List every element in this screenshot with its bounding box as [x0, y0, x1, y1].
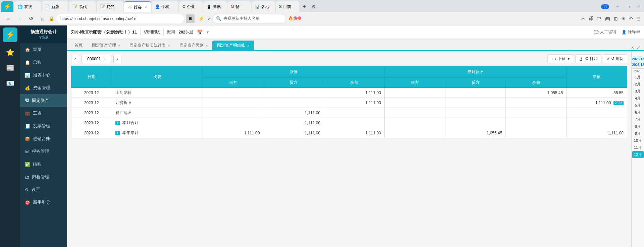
tab-目前[interactable]: S 目前: [276, 1, 299, 12]
history-icon[interactable]: ↶: [629, 16, 633, 21]
tab-企业[interactable]: C 企业: [179, 1, 203, 12]
period-month-6[interactable]: 6月: [632, 109, 644, 116]
cell-jingzhi-4: 1,111.00: [567, 128, 627, 138]
page-tab-折旧统计表[interactable]: 固定资产折旧统计表 ×: [125, 41, 174, 50]
expand-address-btn[interactable]: ∨: [207, 16, 210, 21]
tab-settings-icon[interactable]: ⚙: [310, 1, 318, 12]
page-tab-close-固定资产管理[interactable]: ×: [118, 44, 120, 48]
window-close[interactable]: ×: [634, 1, 644, 12]
extension-icon-2[interactable]: ⚡: [197, 14, 205, 23]
period-month-5[interactable]: 5月: [632, 102, 644, 109]
sidebar-label-发票管理: 发票管理: [33, 123, 50, 129]
extension-icon-1[interactable]: ⊞: [186, 14, 195, 23]
pager-next-btn[interactable]: ›: [113, 55, 121, 63]
period-month-10[interactable]: 10月: [632, 137, 644, 144]
new-tab-button[interactable]: +: [300, 1, 309, 12]
tab-易代-1[interactable]: 📝 易代: [69, 1, 96, 12]
app-panel-btn-3[interactable]: 📧: [3, 76, 17, 90]
app-logo[interactable]: ⚡: [3, 27, 17, 42]
cell-yuanzhi-credit-4: 1,111.00: [263, 128, 324, 138]
sidebar-item-发票管理[interactable]: 🧾 发票管理: [20, 120, 67, 132]
sidebar-label-进销台账: 进销台账: [33, 136, 50, 142]
tab-各地[interactable]: 📊 各地: [252, 1, 275, 12]
period-month-12[interactable]: 12月: [632, 151, 644, 158]
print-label: 🖨 打印: [584, 56, 597, 62]
sidebar-label-结账: 结账: [33, 161, 42, 167]
menu-icon[interactable]: ☰: [636, 16, 641, 21]
sidebar-item-新手引导[interactable]: 🎯 新手引导: [20, 196, 67, 209]
cell-yuanzhi-balance-3: [324, 118, 385, 128]
hot-search-label[interactable]: 🔥热搜: [288, 16, 301, 21]
customer-service-btn[interactable]: 💬 人工咨询: [594, 29, 616, 35]
app-panel-btn-1[interactable]: ⭐: [3, 45, 17, 60]
browser-app-icon[interactable]: ⚡: [1, 1, 13, 12]
period-month-4[interactable]: 4月: [632, 95, 644, 102]
period-month-8[interactable]: 8月: [632, 123, 644, 130]
dropdown-arrow[interactable]: ▼: [206, 30, 210, 34]
period-month-3[interactable]: 3月: [632, 88, 644, 95]
cell-leiji-balance-3: [506, 118, 567, 128]
address-input[interactable]: [56, 14, 184, 23]
page-tab-close-固定资产明细账[interactable]: ×: [247, 44, 249, 48]
download-btn[interactable]: ↓ ↓ 下载 ▼: [547, 54, 574, 63]
user-btn[interactable]: 👤 徐译华: [622, 29, 640, 35]
calendar-icon[interactable]: 📅: [197, 29, 203, 35]
switch-version-btn[interactable]: 切到旧版: [140, 28, 164, 36]
sidebar-item-结账[interactable]: ✅ 结账: [20, 158, 67, 171]
nav-home[interactable]: ⌂: [38, 14, 47, 23]
shield-icon[interactable]: 🛡: [597, 16, 601, 21]
print-btn[interactable]: 🖨 🖨 打印: [575, 54, 601, 63]
close-panel-icon[interactable]: ×: [631, 45, 634, 50]
sidebar-item-总账[interactable]: 📋 总账: [20, 56, 67, 69]
pager-input[interactable]: [81, 55, 111, 63]
tab-新版[interactable]: 📄 新版: [42, 1, 68, 12]
settings-icon: ⚙: [25, 187, 29, 192]
nav-forward[interactable]: ›: [15, 14, 24, 23]
brightness-icon[interactable]: ☀: [621, 16, 626, 21]
game-icon[interactable]: 🎮: [605, 16, 610, 21]
period-month-1[interactable]: 1月: [632, 74, 644, 81]
sidebar-item-归档管理[interactable]: 🗂 归档管理: [20, 171, 67, 183]
page-tab-label-首页: 首页: [74, 43, 83, 48]
app-panel-btn-2[interactable]: 📰: [3, 60, 17, 75]
page-tab-固定资产管理[interactable]: 固定资产管理 ×: [87, 41, 125, 50]
sidebar-item-设置[interactable]: ⚙ 设置: [20, 183, 67, 196]
sidebar-item-资金管理[interactable]: 💰 资金管理: [20, 81, 67, 94]
tab-畅[interactable]: M 畅: [227, 1, 251, 12]
sidebar-item-固定资产[interactable]: 🏗 固定资产: [20, 94, 67, 107]
page-tab-固定资产类别[interactable]: 固定资产类别 ×: [175, 41, 212, 50]
page-tab-首页[interactable]: 首页: [70, 41, 87, 50]
scissors-icon[interactable]: ✂: [581, 16, 585, 21]
pager-prev-btn[interactable]: ‹: [71, 55, 79, 63]
sidebar-item-税务管理[interactable]: 🏛 税务管理: [20, 145, 67, 158]
sidebar-item-工资[interactable]: 💼 工资: [20, 107, 67, 120]
period-month-9[interactable]: 9月: [632, 130, 644, 137]
page-tab-固定资产明细账-active[interactable]: 固定资产明细账 ×: [212, 41, 254, 50]
page-tab-close-固定资产类别[interactable]: ×: [206, 44, 208, 48]
nav-refresh[interactable]: ↺: [26, 14, 36, 23]
period-month-7[interactable]: 7月: [632, 116, 644, 123]
page-tab-close-折旧统计表[interactable]: ×: [168, 44, 170, 48]
period-selected-end[interactable]: 2023.12: [632, 62, 644, 68]
notification-badge[interactable]: 11: [598, 1, 612, 12]
period-month-2[interactable]: 2月: [632, 81, 644, 88]
col-jingzhi: 净值: [567, 66, 627, 88]
sidebar-item-报表中心[interactable]: 📊 报表中心: [20, 69, 67, 81]
sidebar-item-首页[interactable]: 🏠 首页: [20, 43, 67, 56]
period-selected-start[interactable]: 2023.12: [632, 56, 644, 62]
refresh-btn[interactable]: ↺ ↺ 刷新: [603, 54, 627, 63]
expand-panel-icon[interactable]: ⤢: [637, 45, 641, 50]
sidebar-item-进销台账[interactable]: 📦 进销台账: [20, 132, 67, 145]
grid-icon[interactable]: ⊞: [614, 16, 618, 21]
tab-个税[interactable]: 👤 个税: [152, 1, 178, 12]
tab-腾讯[interactable]: 📱 腾讯: [203, 1, 227, 12]
period-month-11[interactable]: 11月: [632, 144, 644, 151]
window-minimize[interactable]: －: [612, 1, 623, 12]
window-maximize[interactable]: □: [623, 1, 633, 12]
tab-在线[interactable]: 🌐 在线: [14, 1, 41, 12]
translate-icon[interactable]: 译: [589, 16, 593, 22]
tab-close-好会[interactable]: ×: [145, 5, 147, 9]
tab-好会-active[interactable]: ☁️ 好会 ×: [124, 1, 151, 12]
nav-back[interactable]: ‹: [3, 14, 13, 23]
tab-易代-2[interactable]: 📝 易代: [97, 1, 123, 12]
